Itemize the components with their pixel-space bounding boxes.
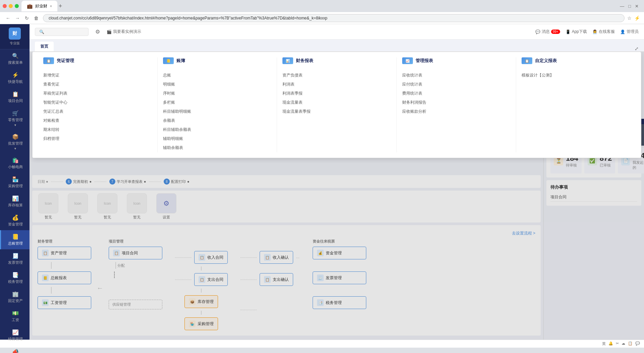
sidebar-label-wholesale: 批发管理	[8, 141, 23, 146]
status-scissors[interactable]: ✂	[616, 341, 619, 346]
sidebar-item-operations[interactable]: 📈 经营管理	[0, 326, 30, 345]
menu-item-template-design[interactable]: 模板设计【公测】	[522, 71, 543, 80]
menu-item-detailed-ledger[interactable]: 明细账	[163, 80, 272, 89]
sidebar-item-retail[interactable]: 🛒 零售管理 ▼	[0, 107, 30, 130]
sidebar-item-inventory[interactable]: 📊 库存核算	[0, 192, 30, 211]
menu-item-financial-profit[interactable]: 财务利润报告	[402, 98, 511, 107]
sidebar-label-ecommerce: 小畅电商	[8, 164, 23, 169]
ecommerce-icon: 🛍️	[12, 157, 19, 163]
message-btn[interactable]: 💬 消息 99+	[535, 29, 560, 35]
app-download-btn[interactable]: 📱 App下载	[566, 29, 587, 35]
user-avatar-btn[interactable]: 👤 管理员	[620, 29, 639, 35]
menu-item-cashflow[interactable]: 现金流量表	[282, 98, 391, 107]
window-min-btn[interactable]	[9, 4, 13, 8]
top-nav: 🔍 ⚙ 🎬 我要看实例演示 💬 消息 99+ 📱 App	[30, 24, 644, 40]
status-lang[interactable]: 英	[602, 341, 606, 346]
mid-content: 📋 凭证管理 新增凭证 查看凭证 草稿凭证列表 智能凭证中心 凭证汇总表 对账检…	[30, 52, 543, 340]
menu-item-payable[interactable]: 应付统计表	[402, 80, 511, 89]
menu-item-subject-aux[interactable]: 科目辅助明细账	[163, 107, 272, 116]
menu-item-aux-balance[interactable]: 辅助余额表	[163, 143, 272, 152]
status-chat[interactable]: 💬	[635, 341, 640, 346]
sidebar-item-payroll[interactable]: 💵 工资	[0, 307, 30, 326]
sidebar-label-purchase: 采购管理	[8, 184, 23, 189]
menu-item-smart-voucher[interactable]: 智能凭证中心	[43, 98, 152, 107]
content-area: 📋 凭证管理 新增凭证 查看凭证 草稿凭证列表 智能凭证中心 凭证汇总表 对账检…	[30, 52, 644, 340]
menu-item-balance-table[interactable]: 余额表	[163, 116, 272, 125]
refresh-btn[interactable]: ↻	[23, 14, 31, 22]
sidebar-item-shortcuts[interactable]: ⚡ 快捷导航	[0, 68, 30, 88]
user-icon: 👤	[620, 30, 625, 34]
status-cloud[interactable]: ☁	[622, 341, 625, 346]
sidebar-item-projects[interactable]: 📋 项目合同	[0, 88, 30, 107]
menu-item-expense[interactable]: 费用统计表	[402, 89, 511, 98]
home-tab-label: 首页	[40, 44, 48, 49]
menu-item-chronological[interactable]: 序时账	[163, 89, 272, 98]
extension-icon[interactable]: ⚡	[634, 15, 640, 21]
menu-item-cashflow-quarterly[interactable]: 现金流量表季报	[282, 107, 391, 116]
menu-item-subject-aux-balance[interactable]: 科目辅助余额表	[163, 125, 272, 134]
financial-header: 📊 财务报表	[282, 57, 391, 67]
menu-item-archive[interactable]: 归档管理	[43, 134, 152, 143]
menu-item-add-voucher[interactable]: 新增凭证	[43, 71, 152, 80]
sidebar-label-invoice: 发票管理	[8, 260, 23, 265]
address-icons: ☆ ⚡	[627, 15, 640, 21]
sidebar-item-funds[interactable]: 💰 资金管理	[0, 211, 30, 230]
sidebar-item-invoice[interactable]: 🧾 发票管理	[0, 249, 30, 268]
menu-item-reconcile[interactable]: 对账检查	[43, 116, 152, 125]
sidebar-item-search[interactable]: 🔍 搜索菜单	[0, 49, 30, 68]
sidebar-label-tax: 税务管理	[8, 279, 23, 284]
url-input[interactable]	[43, 14, 625, 22]
tab-close-btn[interactable]: ×	[50, 4, 52, 8]
delete-btn[interactable]: 🗑	[32, 14, 40, 22]
search-box[interactable]: 🔍	[35, 28, 89, 36]
sidebar-item-accounting[interactable]: 📒 总账管理	[0, 230, 30, 249]
sidebar-label-projects: 项目合同	[8, 98, 23, 103]
menu-item-receivable-analysis[interactable]: 应收账款分析	[402, 107, 511, 116]
app-logo: 财	[9, 28, 21, 40]
sidebar-logo: 财 专业版	[0, 24, 30, 49]
message-badge: 99+	[551, 30, 560, 34]
window-max-btn[interactable]	[15, 4, 19, 8]
sidebar: 财 专业版 🔍 搜索菜单 ⚡ 快捷导航 📋 项目合同 🛒 零售管理 ▼ 📦	[0, 24, 30, 340]
tab-home[interactable]: 首页	[35, 42, 54, 51]
browser-tab-active[interactable]: 💼 好业财 ×	[21, 1, 57, 11]
menu-item-aux-detail[interactable]: 辅助明细账	[163, 134, 272, 143]
expand-icon[interactable]: ⤢	[635, 46, 639, 51]
menu-item-view-voucher[interactable]: 查看凭证	[43, 80, 152, 89]
menu-item-multicolumn[interactable]: 多栏账	[163, 98, 272, 107]
tax-icon: 📑	[12, 272, 19, 278]
menu-item-draft-voucher[interactable]: 草稿凭证列表	[43, 89, 152, 98]
sidebar-item-fixed-assets[interactable]: 🏢 固定资产	[0, 288, 30, 307]
back-btn[interactable]: ←	[4, 14, 12, 22]
bookmark-icon[interactable]: ☆	[627, 15, 632, 21]
sidebar-item-tax[interactable]: 📑 税务管理	[0, 268, 30, 288]
settings-gear-nav[interactable]: ⚙	[95, 29, 100, 35]
menu-item-balance-sheet[interactable]: 资产负债表	[282, 71, 391, 80]
minimize-icon[interactable]: —	[620, 4, 624, 9]
sidebar-item-wholesale[interactable]: 📦 批发管理 ▼	[0, 130, 30, 154]
download-icon: 📱	[566, 30, 571, 34]
demo-icon: 🎬	[107, 30, 112, 34]
forward-btn[interactable]: →	[13, 14, 21, 22]
demo-btn[interactable]: 🎬 我要看实例演示	[107, 29, 141, 35]
sidebar-item-marketing[interactable]: 📣 小畅营销	[0, 345, 30, 353]
purchase-icon: 🏪	[12, 176, 19, 183]
menu-item-voucher-summary[interactable]: 凭证汇总表	[43, 107, 152, 116]
new-tab-btn[interactable]: +	[59, 3, 62, 10]
sidebar-label-inventory: 库存核算	[8, 203, 23, 208]
menu-item-period-close[interactable]: 期末结转	[43, 125, 152, 134]
status-bell[interactable]: 🔔	[608, 341, 613, 346]
window-close-btn[interactable]	[3, 4, 7, 8]
financial-title: 财务报表	[296, 58, 313, 64]
menu-item-general-ledger[interactable]: 总账	[163, 71, 272, 80]
menu-item-income-statement[interactable]: 利润表	[282, 80, 391, 89]
online-service-btn[interactable]: 👩‍💼 在线客服	[592, 29, 615, 35]
sidebar-item-purchase[interactable]: 🏪 采购管理	[0, 173, 30, 192]
menu-item-income-quarterly[interactable]: 利润表季报	[282, 89, 391, 98]
maximize-icon[interactable]: □	[628, 4, 631, 9]
status-clipboard[interactable]: 📋	[628, 341, 633, 346]
close-icon[interactable]: ✕	[635, 4, 639, 9]
sidebar-item-ecommerce[interactable]: 🛍️ 小畅电商	[0, 154, 30, 173]
menu-item-receivable[interactable]: 应收统计表	[402, 71, 511, 80]
management-header: 📈 管理报表	[402, 57, 511, 67]
